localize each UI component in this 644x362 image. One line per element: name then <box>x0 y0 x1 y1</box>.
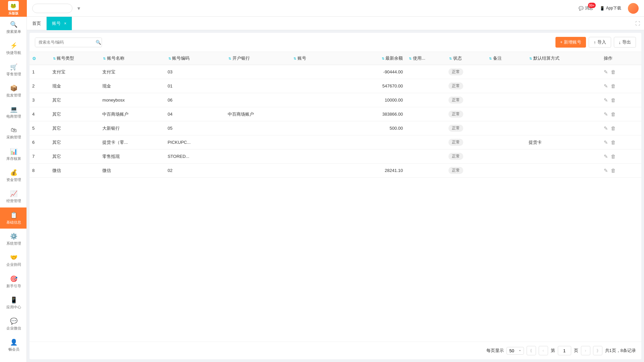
toolbar-actions: + 新增账号 ↑ 导入 ↓ 导出 <box>555 37 636 48</box>
sidebar-item-label-ecommerce: 电商管理 <box>6 114 21 119</box>
top-search-input[interactable] <box>32 4 72 13</box>
add-account-button[interactable]: + 新增账号 <box>555 37 586 48</box>
import-button[interactable]: ↑ 导入 <box>589 37 611 48</box>
row-note-4 <box>486 121 526 135</box>
app-download-button[interactable]: 📱 App下载 <box>600 5 621 11</box>
row-account-0 <box>290 65 350 79</box>
sort-bank-icon[interactable]: ⇅ <box>228 57 231 60</box>
sidebar-item-quick-nav[interactable]: ⚡快捷导航 <box>0 38 26 59</box>
edit-icon-5[interactable]: ✎ <box>604 139 608 145</box>
search-input[interactable] <box>35 38 92 47</box>
delete-icon-6[interactable]: 🗑 <box>611 154 616 159</box>
sidebar-item-wholesale[interactable]: 📦批发管理 <box>0 80 26 102</box>
sort-use-icon[interactable]: ⇅ <box>409 57 412 60</box>
export-button[interactable]: ↓ 导出 <box>614 37 636 48</box>
sort-type-icon[interactable]: ⇅ <box>53 57 56 60</box>
export-icon: ↓ <box>619 40 621 45</box>
edit-icon-3[interactable]: ✎ <box>604 111 608 117</box>
status-badge-2: 正常 <box>448 97 463 104</box>
sort-note-icon[interactable]: ⇅ <box>489 57 492 60</box>
first-page-button[interactable]: ⟪ <box>527 346 536 355</box>
delete-icon-4[interactable]: 🗑 <box>611 125 616 131</box>
row-name-7: 微信 <box>100 164 165 178</box>
sidebar-item-label-finance: 资金管理 <box>6 177 21 182</box>
row-note-5 <box>486 135 526 149</box>
edit-icon-7[interactable]: ✎ <box>604 168 608 174</box>
sidebar-item-purchase[interactable]: 🛍采购管理 <box>0 123 26 143</box>
edit-icon-1[interactable]: ✎ <box>604 83 608 89</box>
content-area: 🔍 + 新增账号 ↑ 导入 ↓ 导出 ⚙ <box>30 33 641 359</box>
sidebar-item-wechat[interactable]: 💬企业微信 <box>0 313 26 335</box>
row-status-6: 正常 <box>446 149 486 164</box>
settings-icon[interactable]: ⚙ <box>32 56 36 61</box>
delete-icon-1[interactable]: 🗑 <box>611 83 616 89</box>
row-bank-6 <box>225 149 290 164</box>
row-account-6 <box>290 149 350 164</box>
row-status-2: 正常 <box>446 93 486 107</box>
delete-icon-5[interactable]: 🗑 <box>611 139 616 145</box>
delete-icon-2[interactable]: 🗑 <box>611 97 616 103</box>
tab-expand-button[interactable]: ⛶ <box>631 21 644 26</box>
sidebar-item-operations[interactable]: 📈经营管理 <box>0 186 26 207</box>
sidebar-item-retail[interactable]: 🛒零售管理 <box>0 59 26 80</box>
message-button[interactable]: 💬 消息 99+ <box>579 5 593 11</box>
sidebar-item-ecommerce[interactable]: 💻电商管理 <box>0 102 26 123</box>
row-use-6 <box>406 149 446 164</box>
tab-close-account[interactable]: × <box>64 21 66 26</box>
sidebar-item-finance[interactable]: 💰资金管理 <box>0 165 26 186</box>
tab-label-account: 账号 <box>52 20 61 26</box>
table-row: 5 其它 大新银行 05 500.00 正常 ✎ 🗑 <box>30 121 641 135</box>
row-code-1: 01 <box>165 79 225 93</box>
search-button[interactable]: 🔍 <box>92 38 102 47</box>
sidebar-item-member[interactable]: 👤畅会员 <box>0 335 26 356</box>
sort-name-icon[interactable]: ⇅ <box>103 57 106 60</box>
sort-status-icon[interactable]: ⇅ <box>449 57 452 60</box>
sidebar-item-app-center[interactable]: 📱应用中心 <box>0 292 26 313</box>
sidebar-item-label-wechat: 企业微信 <box>6 326 21 330</box>
sort-account-icon[interactable]: ⇅ <box>293 57 296 60</box>
sidebar-item-search[interactable]: 🔍搜索菜单 <box>0 17 26 38</box>
sidebar-item-basic[interactable]: 📋基础信息 <box>0 207 26 229</box>
sort-balance-icon[interactable]: ⇅ <box>382 57 384 60</box>
row-status-7: 正常 <box>446 164 486 178</box>
next-page-button[interactable]: › <box>581 346 590 355</box>
sidebar-item-guide[interactable]: 🎯新手引导 <box>0 271 26 292</box>
sort-settlement-icon[interactable]: ⇅ <box>529 57 532 60</box>
system-icon: ⚙️ <box>10 233 17 240</box>
row-account-2 <box>290 93 350 107</box>
table-row: 8 微信 微信 02 28241.10 正常 ✎ 🗑 <box>30 164 641 178</box>
sidebar-item-inventory[interactable]: 📊库存核算 <box>0 144 26 165</box>
sidebar: 🐸 乐版版 🔍搜索菜单⚡快捷导航🛒零售管理📦批发管理💻电商管理🛍采购管理📊库存核… <box>0 0 27 362</box>
edit-icon-0[interactable]: ✎ <box>604 69 608 75</box>
last-page-button[interactable]: ⟫ <box>593 346 602 355</box>
tab-account[interactable]: 账号× <box>47 17 72 30</box>
row-action-4: ✎ 🗑 <box>601 121 641 135</box>
tab-home[interactable]: 首页 <box>27 17 47 30</box>
row-name-0: 支付宝 <box>100 65 165 79</box>
row-code-7: 02 <box>165 164 225 178</box>
top-header: ▼ 💬 消息 99+ 📱 App下载 <box>27 0 644 17</box>
main-area: ▼ 💬 消息 99+ 📱 App下载 首页账号×⛶ 🔍 + 新增账号 <box>27 0 644 362</box>
dropdown-arrow-icon[interactable]: ▼ <box>76 6 81 11</box>
page-input[interactable] <box>558 346 571 355</box>
edit-icon-4[interactable]: ✎ <box>604 125 608 131</box>
status-badge-6: 正常 <box>448 153 463 160</box>
avatar[interactable] <box>628 3 639 14</box>
edit-icon-6[interactable]: ✎ <box>604 154 608 160</box>
row-num-0: 1 <box>30 65 50 79</box>
sidebar-item-agreement[interactable]: 🤝企业协同 <box>0 250 26 271</box>
delete-icon-7[interactable]: 🗑 <box>611 168 616 173</box>
sidebar-item-system[interactable]: ⚙️系统管理 <box>0 229 26 250</box>
delete-icon-0[interactable]: 🗑 <box>611 69 616 75</box>
inventory-icon: 📊 <box>10 148 17 155</box>
search-icon: 🔍 <box>10 21 17 28</box>
prev-page-button[interactable]: ‹ <box>539 346 548 355</box>
logo[interactable]: 🐸 乐版版 <box>0 0 27 17</box>
page-size-label: 每页显示 <box>486 348 504 354</box>
sort-code-icon[interactable]: ⇅ <box>168 57 171 60</box>
edit-icon-2[interactable]: ✎ <box>604 97 608 103</box>
row-settlement-2 <box>526 93 601 107</box>
delete-icon-3[interactable]: 🗑 <box>611 111 616 117</box>
page-size-select[interactable]: 50 100 200 <box>506 347 524 355</box>
sidebar-item-label-member: 畅会员 <box>8 347 19 352</box>
